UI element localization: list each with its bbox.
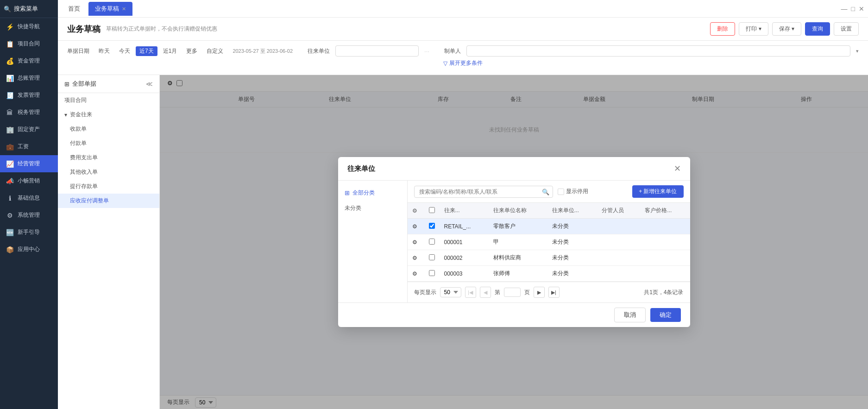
table-row[interactable]: ⚙000002材料供应商未分类 <box>408 250 690 266</box>
sidebar-label-basic-info: 基础信息 <box>18 194 40 202</box>
next-page-button[interactable]: ▶ <box>534 287 545 298</box>
row-checkbox[interactable] <box>429 270 435 276</box>
left-panel-item-ar-ap-adjust[interactable]: 应收应付调整单 <box>58 194 159 208</box>
left-panel-item-receipt[interactable]: 收款单 <box>58 122 159 136</box>
sidebar-item-marketing[interactable]: 📣小畅营销 <box>0 172 58 189</box>
partner-search-input[interactable] <box>414 186 553 198</box>
sidebar-item-basic-info[interactable]: ℹ基础信息 <box>0 189 58 207</box>
sidebar-item-fixed-assets[interactable]: 🏢固定资产 <box>0 121 58 138</box>
date-pill-更多[interactable]: 更多 <box>182 46 201 56</box>
main-area: 首页业务草稿✕ — □ ✕ 业务草稿 草稿转为正式单据时，不会执行满赠促销优惠 … <box>58 0 868 409</box>
left-panel-item-expense[interactable]: 费用支出单 <box>58 151 159 165</box>
print-dropdown-icon: ▾ <box>759 25 761 32</box>
date-range: 2023-05-27 至 2023-06-02 <box>233 48 293 55</box>
sidebar-item-salary[interactable]: 💼工资 <box>0 138 58 155</box>
settings-button[interactable]: 设置 <box>834 22 859 36</box>
close-button[interactable]: ✕ <box>859 5 864 13</box>
left-panel-item-bank-deposit[interactable]: 提行存款单 <box>58 179 159 194</box>
left-panel-item-project-contract[interactable]: 项目合同 <box>58 93 159 107</box>
left-panel-item-payment[interactable]: 付款单 <box>58 136 159 151</box>
collapse-button[interactable]: ≪ <box>146 80 153 88</box>
date-pill-自定义[interactable]: 自定义 <box>203 46 227 56</box>
row-price-type <box>640 266 690 282</box>
left-panel-item-other-income[interactable]: 其他收入单 <box>58 165 159 179</box>
dialog-left-item-all-categories[interactable]: ⊞ 全部分类 <box>338 185 407 201</box>
minimize-button[interactable]: — <box>841 5 848 13</box>
sidebar-icon-marketing: 📣 <box>6 177 14 185</box>
row-category: 未分类 <box>547 234 597 250</box>
cancel-button[interactable]: 取消 <box>614 308 646 322</box>
tab-business-draft[interactable]: 业务草稿✕ <box>88 2 132 16</box>
sidebar-item-system-management[interactable]: ⚙系统管理 <box>0 207 58 224</box>
page-subtitle: 草稿转为正式单据时，不会执行满赠促销优惠 <box>106 25 217 33</box>
sidebar-label-system-management: 系统管理 <box>18 211 40 219</box>
row-settings[interactable]: ⚙ <box>408 234 424 250</box>
show-disabled-checkbox[interactable] <box>558 189 564 195</box>
expand-more-button[interactable]: ▽ 展开更多条件 <box>67 57 859 70</box>
content-layout: ⊞ 全部单据 ≪ 项目合同▾ 资金往来收款单付款单费用支出单其他收入单提行存款单… <box>58 75 868 409</box>
date-pills: 昨天今天近7天近1月更多自定义 <box>95 46 227 56</box>
new-partner-button[interactable]: + 新增往来单位 <box>632 185 683 198</box>
confirm-button[interactable]: 确定 <box>650 308 681 322</box>
print-button[interactable]: 打印 ▾ <box>739 22 768 36</box>
sidebar-item-account-management[interactable]: 📊总账管理 <box>0 69 58 87</box>
maximize-button[interactable]: □ <box>851 5 855 13</box>
settings-col-icon[interactable]: ⚙ <box>412 208 417 214</box>
dialog-col-settings[interactable]: ⚙ <box>408 203 424 219</box>
tab-close-business-draft[interactable]: ✕ <box>122 6 126 12</box>
row-checkbox-cell[interactable] <box>424 219 440 234</box>
per-page-select-dialog[interactable]: 50 <box>440 287 461 297</box>
row-settings[interactable]: ⚙ <box>408 266 424 282</box>
search-icon-button[interactable]: 🔍 <box>542 188 549 195</box>
tab-home[interactable]: 首页 <box>62 2 87 16</box>
sidebar-item-project-contract[interactable]: 📋项目合同 <box>0 35 58 52</box>
sidebar-item-fund-management[interactable]: 💰资金管理 <box>0 52 58 69</box>
sidebar-search[interactable]: 🔍 搜索菜单 <box>0 0 58 18</box>
sidebar-label-salary: 工资 <box>18 143 29 151</box>
date-pill-近1月[interactable]: 近1月 <box>159 46 181 56</box>
left-panel-item-fund-receivable[interactable]: ▾ 资金往来 <box>58 107 159 122</box>
row-checkbox-cell[interactable] <box>424 250 440 266</box>
table-row[interactable]: ⚙RETAIL_...零散客户未分类 <box>408 219 690 234</box>
sidebar-item-app-center[interactable]: 📦应用中心 <box>0 241 58 258</box>
creator-filter-input[interactable] <box>466 45 850 57</box>
table-row[interactable]: ⚙000003张师傅未分类 <box>408 266 690 282</box>
delete-button[interactable]: 删除 <box>710 22 735 36</box>
sidebar-item-invoice-management[interactable]: 🧾发票管理 <box>0 87 58 104</box>
partner-filter-input[interactable] <box>335 45 419 57</box>
sidebar-item-business-management[interactable]: 📈经营管理 <box>0 155 58 172</box>
page-number-input[interactable]: 1 <box>504 288 521 297</box>
sidebar-item-quick-nav[interactable]: ⚡快捷导航 <box>0 18 58 35</box>
last-page-button[interactable]: ▶| <box>548 287 560 298</box>
sidebar-item-new-guide[interactable]: 🆕新手引导 <box>0 224 58 241</box>
row-checkbox[interactable] <box>429 223 435 229</box>
row-settings-icon: ⚙ <box>412 255 417 261</box>
sidebar-label-fund-management: 资金管理 <box>18 57 40 65</box>
header-checkbox[interactable] <box>429 207 435 213</box>
row-settings[interactable]: ⚙ <box>408 250 424 266</box>
row-checkbox[interactable] <box>429 254 435 260</box>
page-title-area: 业务草稿 草稿转为正式单据时，不会执行满赠促销优惠 <box>67 24 217 35</box>
dialog-close-button[interactable]: ✕ <box>674 164 681 174</box>
table-row[interactable]: ⚙000001甲未分类 <box>408 234 690 250</box>
sidebar-icon-fixed-assets: 🏢 <box>6 126 14 133</box>
row-settings[interactable]: ⚙ <box>408 219 424 234</box>
dialog-left-item-uncategorized[interactable]: 未分类 <box>338 201 407 216</box>
left-panel-items: 项目合同▾ 资金往来收款单付款单费用支出单其他收入单提行存款单应收应付调整单 <box>58 93 159 208</box>
row-checkbox-cell[interactable] <box>424 266 440 282</box>
prev-page-button[interactable]: ◀ <box>480 287 491 298</box>
date-pill-昨天[interactable]: 昨天 <box>95 46 113 56</box>
date-pill-近7天[interactable]: 近7天 <box>136 46 157 56</box>
query-button[interactable]: 查询 <box>805 22 830 36</box>
date-pill-今天[interactable]: 今天 <box>115 46 134 56</box>
row-checkbox[interactable] <box>429 239 435 245</box>
dialog-body: ⊞ 全部分类未分类 🔍 <box>338 181 690 302</box>
expand-down-icon: ▽ <box>443 60 447 67</box>
dialog-col-check[interactable] <box>424 203 440 219</box>
sidebar-item-tax-management[interactable]: 🏛税务管理 <box>0 104 58 121</box>
first-page-button[interactable]: |◀ <box>465 287 476 298</box>
save-button[interactable]: 保存 ▾ <box>772 22 801 36</box>
grid-icon: ⊞ <box>64 81 69 88</box>
row-checkbox-cell[interactable] <box>424 234 440 250</box>
show-disabled-label[interactable]: 显示停用 <box>558 188 588 195</box>
